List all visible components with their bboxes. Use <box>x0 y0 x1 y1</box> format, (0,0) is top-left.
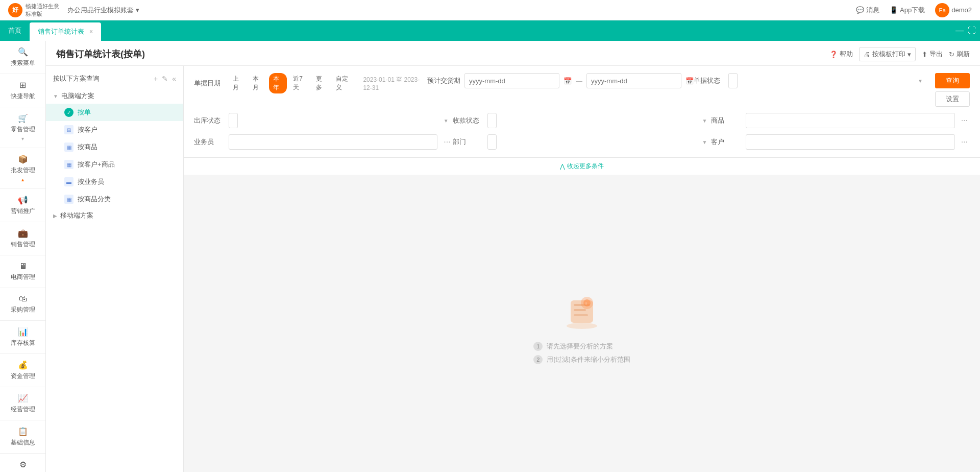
scheme-item-by-salesperson[interactable]: ▬ 按业务员 <box>46 173 183 191</box>
settings-button[interactable]: 设置 <box>935 91 970 107</box>
marketing-icon: 📢 <box>18 195 28 205</box>
minimize-icon[interactable]: — <box>955 26 964 35</box>
user-area[interactable]: Ea demo2 <box>935 3 972 17</box>
date-tab-last-month[interactable]: 上月 <box>229 73 247 93</box>
svg-rect-3 <box>574 309 586 311</box>
action-buttons: 查询 设置 <box>935 73 970 107</box>
ecommerce-icon: 🖥 <box>19 262 27 271</box>
collapse-panel-button[interactable]: « <box>172 75 176 83</box>
date-tab-this-month[interactable]: 本月 <box>249 73 266 93</box>
sidebar-item-system[interactable]: ⚙ 系统管理 <box>0 454 45 472</box>
order-status-select[interactable] <box>728 73 738 88</box>
scheme-item-by-cust-prod[interactable]: ▦ 按客户+商品 <box>46 156 183 173</box>
filter-field-salesperson: 业务员 ··· <box>194 134 453 150</box>
date-tab-more[interactable]: 更多 <box>312 73 330 93</box>
tab-sales-order-stats[interactable]: 销售订单统计表 × <box>30 22 101 41</box>
sidebar-item-retail[interactable]: 🛒 零售管理 ▾ <box>0 107 45 148</box>
scheme-icon-bar: ▬ <box>64 177 74 186</box>
avatar: Ea <box>935 3 949 17</box>
refresh-icon: ↻ <box>949 51 954 58</box>
export-button[interactable]: ⬆ 导出 <box>922 50 943 59</box>
date-tab-custom[interactable]: 自定义 <box>332 73 355 93</box>
export-icon: ⬆ <box>922 51 927 58</box>
scheme-item-by-customer[interactable]: ⊞ 按客户 <box>46 121 183 138</box>
filter-area: 单据日期 上月 本月 本年 近7天 更多 自定义 2023-01-01 至 20… <box>184 66 980 157</box>
search-button[interactable]: 查询 <box>935 73 970 88</box>
date-tab-this-year[interactable]: 本年 <box>269 73 287 93</box>
collapse-text: ⋀ 收起更多条件 <box>560 162 604 171</box>
top-bar-right: 💬 消息 📱 App下载 Ea demo2 <box>856 3 972 17</box>
filter-field-delivery-status: 出库状态 <box>194 113 453 128</box>
date-tab-7days[interactable]: 近7天 <box>289 73 310 93</box>
department-label: 部门 <box>453 137 483 147</box>
edit-scheme-button[interactable]: ✎ <box>162 75 168 83</box>
page-header-actions: ❓ 帮助 🖨 按模板打印 ▾ ⬆ 导出 ↻ 刷新 <box>829 47 970 61</box>
sidebar-item-sales[interactable]: 💼 销售管理 <box>0 222 45 255</box>
message-action[interactable]: 💬 消息 <box>856 6 879 15</box>
customer-more-icon[interactable]: ··· <box>959 137 970 147</box>
salesperson-label: 业务员 <box>194 137 225 147</box>
sidebar-item-basic[interactable]: 📋 基础信息 <box>0 420 45 454</box>
payment-status-label: 收款状态 <box>453 116 483 125</box>
chevron-up-icon: ⋀ <box>560 163 565 170</box>
add-scheme-button[interactable]: + <box>154 75 158 83</box>
app-download-action[interactable]: 📱 App下载 <box>890 6 925 15</box>
customer-label: 客户 <box>711 137 742 147</box>
order-status-label: 单据状态 <box>694 76 724 85</box>
payment-status-select[interactable] <box>487 113 497 128</box>
tab-close-icon[interactable]: × <box>89 28 93 35</box>
help-icon: ❓ <box>829 51 838 58</box>
chevron-down-icon: ▾ <box>136 6 139 14</box>
collapse-bar[interactable]: ⋀ 收起更多条件 <box>184 157 980 175</box>
scheme-icon-grid: ⊞ <box>64 125 74 134</box>
salesperson-more-icon[interactable]: ··· <box>442 137 452 147</box>
sidebar-item-ecommerce[interactable]: 🖥 电商管理 <box>0 255 45 288</box>
help-button[interactable]: ❓ 帮助 <box>829 50 853 59</box>
print-button[interactable]: 🖨 按模板打印 ▾ <box>859 47 916 61</box>
left-panel-title: 按以下方案查询 <box>53 74 100 83</box>
data-area: ! 1 请先选择要分析的方案 2 用[过滤]条件来缩小分析范围 <box>184 175 980 472</box>
scheme-icon-sq2: ▦ <box>64 160 74 169</box>
delivery-status-select[interactable] <box>229 113 238 128</box>
app-selector[interactable]: 办公用品行业模拟账套 ▾ <box>63 6 143 15</box>
filter-field-payment-status: 收款状态 <box>453 113 712 128</box>
empty-hint-1: 1 请先选择要分析的方案 <box>533 342 630 351</box>
sidebar-item-search[interactable]: 🔍 搜索菜单 <box>0 41 45 74</box>
sidebar-item-operations[interactable]: 📈 经营管理 <box>0 387 45 420</box>
maximize-icon[interactable]: ⛶ <box>968 26 976 35</box>
svg-rect-4 <box>574 314 588 316</box>
date-tabs: 上月 本月 本年 近7天 更多 自定义 <box>229 73 355 93</box>
refresh-button[interactable]: ↻ 刷新 <box>949 50 970 59</box>
calendar-icon-2: 📅 <box>685 77 694 85</box>
tab-home[interactable]: 首页 <box>0 20 30 41</box>
filter-field-order-status: 单据状态 <box>694 73 927 88</box>
svg-point-0 <box>567 323 597 329</box>
tab-bar-actions: — ⛶ <box>955 26 980 35</box>
product-input[interactable] <box>746 113 954 128</box>
sidebar-item-inventory[interactable]: 📊 库存核算 <box>0 321 45 354</box>
arrow-down-icon: ▼ <box>53 93 58 99</box>
logo-text: 畅捷通好生意 标准版 <box>26 3 59 17</box>
arrow-right-icon: ▶ <box>53 213 57 219</box>
scheme-group-pc-title[interactable]: ▼ 电脑端方案 <box>46 88 183 104</box>
scheme-group-mobile-title[interactable]: ▶ 移动端方案 <box>46 208 183 223</box>
delivery-date-end[interactable] <box>586 73 681 88</box>
scheme-item-by-order[interactable]: ✓ 按单 <box>46 104 183 121</box>
logo-icon: 好 <box>8 3 22 17</box>
sidebar-item-quick-nav[interactable]: ⊞ 快捷导航 <box>0 74 45 107</box>
sidebar: 🔍 搜索菜单 ⊞ 快捷导航 🛒 零售管理 ▾ 📦 批发管理 ▴ 📢 营销推广 💼… <box>0 41 46 472</box>
scheme-item-by-category[interactable]: ▦ 按商品分类 <box>46 191 183 208</box>
sidebar-item-wholesale[interactable]: 📦 批发管理 ▴ <box>0 148 45 189</box>
delivery-date-start[interactable] <box>464 73 559 88</box>
sidebar-item-purchase[interactable]: 🛍 采购管理 <box>0 288 45 321</box>
sales-icon: 💼 <box>18 228 28 238</box>
department-select[interactable] <box>487 134 497 150</box>
sidebar-item-marketing[interactable]: 📢 营销推广 <box>0 189 45 222</box>
sidebar-item-finance[interactable]: 💰 资金管理 <box>0 354 45 387</box>
product-more-icon[interactable]: ··· <box>959 116 970 125</box>
scheme-item-by-product[interactable]: ▦ 按商品 <box>46 138 183 156</box>
scheme-group-mobile: ▶ 移动端方案 <box>46 208 183 223</box>
salesperson-input[interactable] <box>229 134 437 150</box>
customer-input[interactable] <box>746 134 954 150</box>
svg-point-6 <box>583 299 591 306</box>
